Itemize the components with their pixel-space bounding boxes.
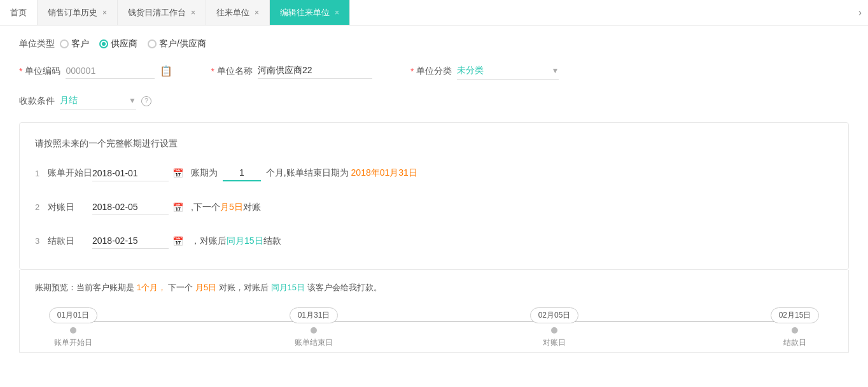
period-date-input-1[interactable] <box>92 165 169 181</box>
period-row-2: 2 对账日 📅 ,下一个月5日对账 <box>35 199 833 215</box>
radio-both-circle <box>148 39 157 48</box>
timeline-dot-1 <box>311 327 317 334</box>
calendar-icon-3[interactable]: 📅 <box>172 236 183 246</box>
timeline-pill-2: 02月05日 <box>530 307 579 323</box>
unit-category-required: * <box>410 66 414 76</box>
calendar-icon-2[interactable]: 📅 <box>172 202 183 213</box>
payment-terms-group: 收款条件 月结 ▼ ? <box>19 92 151 109</box>
radio-customer[interactable]: 客户 <box>60 38 89 50</box>
tab-sales-history-label: 销售订单历史 <box>48 7 97 18</box>
period-num-2: 2 <box>35 202 48 212</box>
period-months-suffix: 个月,账单结束日期为 <box>266 167 349 178</box>
radio-supplier[interactable]: 供应商 <box>99 38 137 50</box>
timeline-point-2: 02月05日 对账日 <box>529 307 580 348</box>
tab-partner[interactable]: 往来单位 × <box>206 0 270 25</box>
unit-type-row: 单位类型 客户 供应商 客户/供应商 <box>19 38 849 50</box>
timeline: 01月01日 账单开始日 01月31日 账单结束日 02月05日 对账日 02月… <box>35 307 833 352</box>
period-row3-prefix: ，对账后 <box>191 236 227 246</box>
preview-reconcile-prefix: 下一个 <box>168 283 193 292</box>
tab-cash-work-close[interactable]: × <box>191 8 195 17</box>
tab-cash-work[interactable]: 钱货日清工作台 × <box>118 0 206 25</box>
period-date-input-3[interactable] <box>92 233 169 249</box>
period-desc-2: ,下一个月5日对账 <box>191 202 261 213</box>
radio-supplier-circle <box>99 39 108 48</box>
tab-home[interactable]: 首页 <box>0 0 38 25</box>
unit-type-radios: 客户 供应商 客户/供应商 <box>60 38 206 50</box>
unit-name-group: * 单位名称 <box>211 63 372 79</box>
tab-edit-partner-close[interactable]: × <box>335 8 339 17</box>
unit-category-label: 单位分类 <box>416 66 452 77</box>
tab-partner-close[interactable]: × <box>255 8 259 17</box>
period-label-3: 结款日 <box>48 236 92 247</box>
timeline-point-1: 01月31日 账单结束日 <box>288 307 339 348</box>
period-num-1: 1 <box>35 169 48 178</box>
timeline-point-0: 01月01日 账单开始日 <box>48 307 99 348</box>
payment-terms-row: 收款条件 月结 ▼ ? <box>19 92 849 109</box>
timeline-caption-2: 对账日 <box>543 337 566 348</box>
period-label-1: 账单开始日 <box>48 167 92 179</box>
tab-edit-partner-label: 编辑往来单位 <box>280 7 330 18</box>
preview-reconcile-highlight: 月5日 <box>195 283 216 292</box>
payment-terms-dropdown[interactable]: 月结 ▼ <box>60 92 136 109</box>
unit-category-dropdown[interactable]: 未分类 ▼ <box>457 62 559 80</box>
tab-bar: 首页 销售订单历史 × 钱货日清工作台 × 往来单位 × 编辑往来单位 × › <box>0 0 868 25</box>
timeline-points: 01月01日 账单开始日 01月31日 账单结束日 02月05日 对账日 02月… <box>35 307 833 348</box>
radio-customer-label: 客户 <box>71 38 89 50</box>
timeline-pill-1: 01月31日 <box>290 307 339 323</box>
timeline-dot-2 <box>551 327 557 334</box>
period-row-3: 3 结款日 📅 ，对账后同月15日结款 <box>35 233 833 249</box>
period-end-date: 2018年01月31日 <box>351 167 417 178</box>
timeline-point-3: 02月15日 结款日 <box>769 307 820 348</box>
preview-payment-suffix: 该客户会给我打款。 <box>307 283 382 292</box>
timeline-pill-3: 02月15日 <box>771 307 820 323</box>
radio-supplier-label: 供应商 <box>111 38 137 50</box>
timeline-dot-0 <box>70 327 76 334</box>
period-desc-1: 账期为 个月,账单结束日期为 2018年01月31日 <box>191 165 417 181</box>
help-icon[interactable]: ? <box>141 96 151 106</box>
period-row2-highlight: 月5日 <box>220 202 243 212</box>
radio-customer-circle <box>60 39 69 48</box>
timeline-caption-3: 结款日 <box>783 337 806 348</box>
period-date-input-2[interactable] <box>92 199 169 215</box>
timeline-caption-1: 账单结束日 <box>295 337 333 348</box>
period-instruction: 请按照未来的一个完整帐期进行设置 <box>35 138 833 150</box>
period-row3-highlight: 同月15日 <box>227 236 263 246</box>
payment-terms-arrow: ▼ <box>129 96 136 105</box>
tab-home-label: 首页 <box>10 7 27 18</box>
unit-code-required: * <box>19 66 22 76</box>
period-row3-suffix: 结款 <box>263 236 281 246</box>
tab-partner-label: 往来单位 <box>216 7 249 18</box>
unit-category-arrow: ▼ <box>551 66 559 75</box>
tab-scroll-right[interactable]: › <box>852 0 868 25</box>
period-row2-suffix: 对账 <box>243 202 261 212</box>
radio-both-label: 客户/供应商 <box>159 38 206 50</box>
unit-code-input[interactable] <box>66 63 155 79</box>
period-months-input[interactable] <box>223 165 261 181</box>
period-row2-prefix: ,下一个 <box>191 202 220 212</box>
unit-name-input[interactable] <box>258 63 372 79</box>
timeline-pill-0: 01月01日 <box>49 307 98 323</box>
period-label-2: 对账日 <box>48 202 92 213</box>
unit-code-label: 单位编码 <box>25 66 60 77</box>
unit-info-row: * 单位编码 📋 * 单位名称 * 单位分类 未分类 ▼ <box>19 62 849 80</box>
tab-cash-work-label: 钱货日清工作台 <box>128 7 186 18</box>
preview-text: 账期预览：当前客户账期是 1个月， 下一个 月5日 对账，对账后 同月15日 该… <box>35 280 833 295</box>
period-row-1: 1 账单开始日 📅 账期为 个月,账单结束日期为 2018年01月31日 <box>35 165 833 181</box>
period-period-label: 账期为 <box>191 167 218 178</box>
unit-type-group: 单位类型 客户 供应商 客户/供应商 <box>19 38 206 50</box>
unit-category-group: * 单位分类 未分类 ▼ <box>410 62 559 80</box>
radio-both[interactable]: 客户/供应商 <box>148 38 206 50</box>
preview-reconcile-suffix: 对账，对账后 <box>219 283 269 292</box>
payment-terms-label: 收款条件 <box>19 95 55 107</box>
tab-edit-partner[interactable]: 编辑往来单位 × <box>270 0 350 25</box>
calendar-icon-1[interactable]: 📅 <box>172 168 183 178</box>
unit-code-icon[interactable]: 📋 <box>160 65 172 77</box>
preview-label: 账期预览：当前客户账期是 <box>35 283 134 292</box>
period-desc-3: ，对账后同月15日结款 <box>191 236 281 247</box>
unit-name-required: * <box>211 66 214 76</box>
tab-sales-history[interactable]: 销售订单历史 × <box>38 0 118 25</box>
tab-sales-history-close[interactable]: × <box>102 8 107 17</box>
page-content: 单位类型 客户 供应商 客户/供应商 * 单位编码 <box>0 25 868 387</box>
period-num-3: 3 <box>35 236 48 246</box>
unit-category-value: 未分类 <box>457 65 546 76</box>
